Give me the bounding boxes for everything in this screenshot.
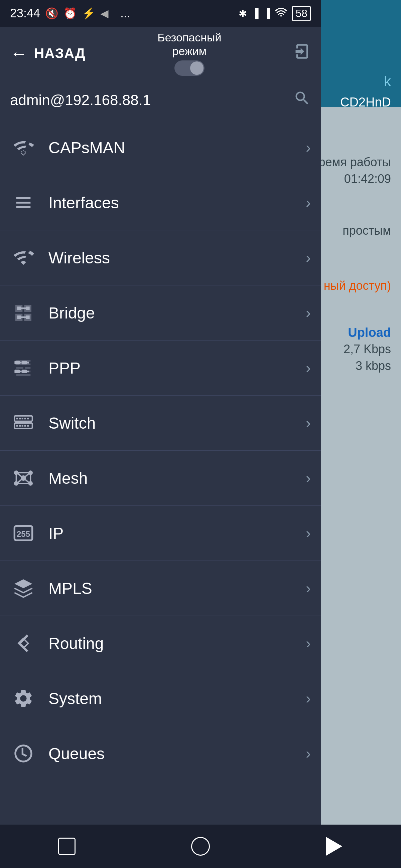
bg-kbps-value: 3 kbps (355, 359, 391, 373)
status-dots: ... (120, 6, 130, 20)
bg-text-device: CD2HnD (340, 95, 391, 110)
bg-text-network: k (384, 73, 391, 90)
capsman-icon (10, 134, 37, 161)
bluetooth-icon: ✱ (238, 8, 247, 19)
nav-triangle-icon (326, 837, 342, 856)
bridge-label: Bridge (49, 304, 306, 322)
svg-text:255: 255 (17, 529, 30, 538)
menu-item-mesh[interactable]: Mesh › (0, 451, 321, 506)
menu-list: CAPsMAN › Interfaces › Wireless › (0, 120, 321, 868)
menu-panel: 23:44 🔇 ⏰ ⚡ ◀ ... ✱ ▐ ▐ 58 ← (0, 0, 321, 868)
bottom-nav (0, 825, 401, 868)
nav-back-button[interactable] (314, 833, 354, 860)
bridge-chevron: › (306, 305, 311, 321)
wireless-chevron: › (306, 249, 311, 266)
ppp-label: PPP (49, 359, 306, 377)
signal-icon-1: ▐ (252, 8, 259, 19)
svg-point-0 (280, 15, 282, 17)
signal-icon-2: ▐ (264, 8, 270, 19)
bridge-icon (10, 300, 37, 326)
system-label: System (49, 689, 306, 708)
user-address: admin@192.168.88.1 (10, 92, 151, 108)
mpls-chevron: › (306, 580, 311, 597)
menu-item-system[interactable]: System › (0, 671, 321, 726)
wireless-label: Wireless (49, 249, 306, 267)
status-location-icon: ◀ (100, 7, 109, 20)
status-bar: 23:44 🔇 ⏰ ⚡ ◀ ... ✱ ▐ ▐ 58 (0, 0, 321, 27)
routing-icon (10, 630, 37, 657)
svg-rect-3 (15, 370, 20, 373)
queues-icon (10, 740, 37, 767)
back-arrow-icon[interactable]: ← (10, 43, 27, 63)
bg-label-simple: простым (343, 224, 391, 238)
bg-upload-value: 2,7 Kbps (344, 342, 391, 356)
bg-label-uptime: еремя работы (312, 155, 391, 169)
menu-item-queues[interactable]: Queues › (0, 726, 321, 781)
status-alarm-icon: ⏰ (63, 7, 77, 20)
menu-item-switch[interactable]: Switch › (0, 396, 321, 451)
svg-rect-1 (15, 361, 20, 365)
interfaces-icon (10, 189, 37, 216)
nav-circle-icon (191, 837, 210, 856)
mpls-label: MPLS (49, 579, 306, 597)
nav-recent-button[interactable] (47, 833, 87, 860)
search-button[interactable] (293, 90, 311, 111)
bg-label-time: 01:42:09 (344, 172, 391, 186)
bg-label-access: ный доступ) (324, 279, 391, 293)
switch-label: Switch (49, 414, 306, 432)
safe-mode-container: Безопасныйрежим (157, 31, 221, 76)
menu-item-ppp[interactable]: PPP › (0, 341, 321, 396)
menu-item-routing[interactable]: Routing › (0, 616, 321, 671)
switch-icon (10, 410, 37, 436)
status-time: 23:44 (10, 6, 40, 20)
nav-home-button[interactable] (180, 833, 221, 860)
menu-item-interfaces[interactable]: Interfaces › (0, 175, 321, 230)
back-label[interactable]: НАЗАД (34, 45, 86, 61)
menu-item-wireless[interactable]: Wireless › (0, 230, 321, 285)
safe-mode-toggle[interactable] (174, 60, 204, 76)
user-bar: admin@192.168.88.1 (0, 80, 321, 120)
menu-item-mpls[interactable]: MPLS › (0, 561, 321, 616)
exit-icon[interactable] (293, 43, 311, 64)
queues-chevron: › (306, 745, 311, 762)
ip-chevron: › (306, 525, 311, 541)
menu-item-ip[interactable]: 255 IP › (0, 506, 321, 561)
routing-label: Routing (49, 634, 306, 653)
ip-label: IP (49, 524, 306, 542)
svg-rect-2 (22, 361, 27, 365)
wifi-status-icon (275, 8, 287, 19)
mesh-chevron: › (306, 470, 311, 487)
battery-indicator: 58 (292, 6, 311, 21)
nav-square-icon (58, 838, 76, 855)
ppp-icon (10, 354, 37, 381)
menu-item-bridge[interactable]: Bridge › (0, 285, 321, 341)
ppp-chevron: › (306, 360, 311, 376)
capsman-label: CAPsMAN (49, 138, 306, 157)
system-icon (10, 685, 37, 712)
interfaces-chevron: › (306, 194, 311, 211)
toggle-knob (190, 61, 203, 75)
switch-chevron: › (306, 415, 311, 431)
capsman-chevron: › (306, 139, 311, 156)
queues-label: Queues (49, 744, 306, 763)
mesh-icon (10, 465, 37, 491)
bg-upload-label: Upload (348, 326, 391, 340)
header: ← НАЗАД Безопасныйрежим (0, 27, 321, 80)
mesh-label: Mesh (49, 469, 306, 488)
system-chevron: › (306, 690, 311, 707)
menu-item-capsman[interactable]: CAPsMAN › (0, 120, 321, 175)
routing-chevron: › (306, 635, 311, 652)
mpls-icon (10, 575, 37, 601)
interfaces-label: Interfaces (49, 194, 306, 212)
wireless-icon (10, 244, 37, 271)
ip-icon: 255 (10, 520, 37, 547)
safe-mode-label: Безопасныйрежим (157, 31, 221, 58)
svg-rect-4 (22, 370, 27, 373)
status-power-icon: ⚡ (82, 7, 95, 20)
status-mute-icon: 🔇 (45, 7, 58, 20)
